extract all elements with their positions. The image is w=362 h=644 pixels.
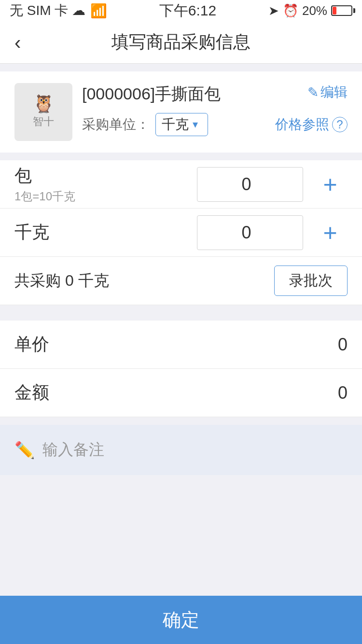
bag-quantity-input[interactable]: [197, 167, 303, 202]
input-section: 包 1包=10千克 + 千克 + 共采购 0 千克 录批次: [0, 160, 362, 305]
divider-2: [0, 305, 362, 313]
wifi-icon: 📶: [90, 3, 107, 19]
amount-value: 0: [338, 383, 348, 403]
price-ref-button[interactable]: 价格参照 ?: [275, 115, 348, 134]
divider-1: [0, 153, 362, 160]
kg-input-row: 千克 +: [0, 209, 362, 257]
status-bar: 无 SIM 卡 ☁ 📶 下午6:12 ➤ ⏰ 20%: [0, 0, 362, 21]
unit-label: 采购单位：: [82, 115, 150, 134]
bag-label-wrap: 包 1包=10千克: [14, 164, 75, 204]
battery-icon: [331, 5, 352, 16]
kg-field-wrap: +: [72, 215, 348, 250]
kg-label-wrap: 千克: [14, 221, 72, 244]
product-section: 🦉 智十 [0000006]手撕面包 ✎ 编辑 采购单位： 千克 ▾ 价格参照 …: [0, 71, 362, 153]
confirm-button-label: 确定: [163, 608, 199, 632]
summary-quantity: 0: [65, 272, 78, 289]
status-time: 下午6:12: [159, 1, 216, 21]
kg-quantity-input[interactable]: [197, 215, 303, 250]
summary-row: 共采购 0 千克 录批次: [0, 257, 362, 305]
unit-price-value: 0: [338, 335, 348, 355]
bottom-area: [0, 475, 362, 572]
page-title: 填写商品采购信息: [111, 30, 251, 54]
price-section: 单价 0 金额 0: [0, 321, 362, 417]
bag-label: 包: [14, 164, 75, 188]
product-header: [0000006]手撕面包 ✎ 编辑: [82, 83, 348, 105]
bag-sublabel: 1包=10千克: [14, 189, 75, 204]
product-name: [0000006]手撕面包: [82, 83, 307, 105]
product-unit-row: 采购单位： 千克 ▾ 价格参照 ?: [82, 113, 348, 136]
location-icon: ➤: [268, 3, 279, 18]
amount-label: 金额: [14, 381, 49, 405]
alarm-icon: ⏰: [283, 3, 298, 18]
pencil-icon: ✏️: [14, 440, 35, 460]
unit-price-label: 单价: [14, 333, 49, 356]
product-logo-icon: 🦉: [33, 95, 55, 112]
bag-input-row: 包 1包=10千克 +: [0, 160, 362, 209]
battery-percent: 20%: [302, 3, 327, 18]
bag-plus-button[interactable]: +: [313, 167, 348, 202]
note-section[interactable]: ✏️ 输入备注: [0, 425, 362, 475]
note-placeholder: 输入备注: [42, 439, 104, 461]
summary-prefix: 共采购: [14, 272, 61, 289]
product-info: [0000006]手撕面包 ✎ 编辑 采购单位： 千克 ▾ 价格参照 ?: [82, 83, 348, 136]
unit-price-row: 单价 0: [0, 321, 362, 369]
bag-field-wrap: +: [75, 167, 348, 202]
status-right: ➤ ⏰ 20%: [268, 3, 352, 18]
unit-dropdown-icon: ▾: [193, 118, 198, 131]
edit-button[interactable]: ✎ 编辑: [307, 83, 348, 101]
amount-row: 金额 0: [0, 369, 362, 417]
batch-button[interactable]: 录批次: [274, 266, 348, 296]
kg-plus-button[interactable]: +: [313, 215, 348, 250]
summary-text: 共采购 0 千克: [14, 270, 109, 292]
edit-icon: ✎: [307, 84, 319, 100]
sim-status: 无 SIM 卡 ☁: [10, 1, 85, 20]
price-ref-label: 价格参照: [275, 115, 329, 134]
price-ref-help-icon[interactable]: ?: [332, 117, 348, 132]
unit-select[interactable]: 千克 ▾: [155, 113, 208, 136]
nav-bar: ‹ 填写商品采购信息: [0, 21, 362, 64]
product-logo-text: 智十: [33, 114, 54, 129]
product-image: 🦉 智十: [14, 83, 72, 141]
summary-unit: 千克: [78, 272, 109, 289]
status-left: 无 SIM 卡 ☁ 📶: [10, 1, 107, 20]
back-button[interactable]: ‹: [14, 33, 21, 52]
confirm-button[interactable]: 确定: [0, 596, 362, 644]
unit-select-value: 千克: [162, 115, 189, 134]
kg-label: 千克: [14, 221, 72, 244]
